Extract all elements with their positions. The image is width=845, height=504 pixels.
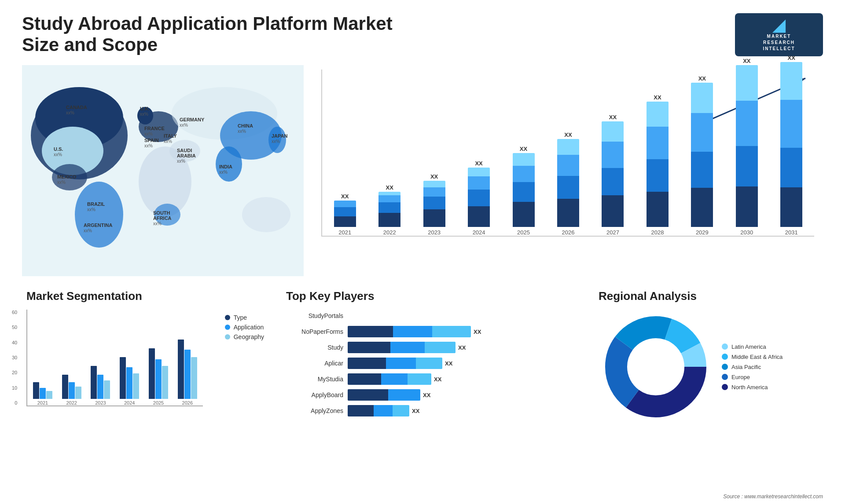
- regional-section: Regional Analysis: [594, 285, 845, 428]
- xx-nopaperforms: XX: [474, 329, 481, 335]
- seg-year-2025: 2025: [153, 400, 164, 405]
- bar-2023: XX 2023: [414, 173, 455, 236]
- player-name-applyzones: ApplyZones: [286, 407, 343, 414]
- player-name-applyboard: ApplyBoard: [286, 391, 343, 398]
- bar-dark-applyzones: [348, 405, 374, 416]
- stack-2023: [423, 181, 445, 227]
- logo-line2: RESEARCH: [763, 40, 795, 46]
- label-saudi2: ARABIA: [177, 153, 196, 158]
- y-0: 0: [12, 400, 17, 405]
- seg-bars-2021: [33, 382, 52, 399]
- seg-bar-geo-2024: [133, 373, 139, 399]
- player-row-mystudia: MyStudia XX: [286, 373, 577, 385]
- bar-chart-bars: XX 2021 XX: [321, 69, 814, 237]
- bar-light-aplicar: [416, 358, 442, 369]
- bar-2024: XX 2024: [458, 160, 499, 236]
- bar-2021: XX 2021: [324, 193, 365, 236]
- sublabel-italy: xx%: [164, 139, 172, 144]
- players-section: Top Key Players StudyPortals NoPaperForm…: [282, 285, 581, 428]
- segmentation-title: Market Segmentation: [26, 289, 264, 303]
- regional-legend: Latin America Middle East & Africa Asia …: [722, 343, 783, 391]
- xx-2028: XX: [654, 94, 661, 101]
- xx-applyzones: XX: [412, 408, 419, 414]
- bar-mid-applyzones: [374, 405, 393, 416]
- seg-legend: Type Application Geography: [225, 314, 264, 406]
- dot-latin-america: [722, 343, 728, 350]
- sublabel-uk: xx%: [140, 112, 148, 117]
- xx-applyboard: XX: [423, 392, 430, 398]
- content-grid: CANADA xx% U.S. xx% MEXICO xx% BRAZIL xx…: [22, 65, 823, 428]
- seg-year-2023: 2023: [95, 400, 106, 405]
- seg-bars-area: 60 50 40 30 20 10 0: [26, 310, 203, 406]
- legend-europe: Europe: [722, 374, 783, 380]
- player-bar-applyzones: XX: [348, 405, 577, 417]
- sublabel-us: xx%: [54, 152, 62, 157]
- label-north-america: North America: [731, 384, 768, 391]
- stack-2026: [557, 139, 579, 227]
- xx-aplicar: XX: [445, 360, 452, 367]
- bar-chart-wrapper: XX 2021 XX: [321, 69, 814, 254]
- year-2021: 2021: [338, 229, 351, 236]
- seg-bar-type-2021: [33, 382, 39, 399]
- label-argentina: ARGENTINA: [84, 223, 112, 228]
- legend-latin-america: Latin America: [722, 343, 783, 350]
- seg-bar-app-2024: [126, 367, 132, 399]
- source-text: Source : www.marketresearchintellect.com: [723, 493, 823, 500]
- bar-2027: XX 2027: [592, 114, 633, 236]
- xx-2023: XX: [430, 173, 438, 180]
- seg-bar-app-2025: [155, 359, 162, 399]
- seg-group-2021: 2021: [29, 382, 56, 405]
- legend-asia-pacific: Asia Pacific: [722, 364, 783, 370]
- y-axis: 60 50 40 30 20 10 0: [12, 310, 17, 405]
- player-bar-nopaperforms: XX: [348, 325, 577, 338]
- bar-mid-aplicar: [386, 358, 416, 369]
- player-name-mystudia: MyStudia: [286, 376, 343, 383]
- legend-dot-type: [225, 315, 230, 320]
- xx-2026: XX: [564, 131, 572, 138]
- seg-bar-app-2022: [69, 382, 75, 399]
- sublabel-japan: xx%: [272, 139, 280, 144]
- label-safrica2: AFRICA: [153, 215, 172, 221]
- xx-mystudia: XX: [434, 376, 441, 383]
- legend-label-type: Type: [234, 314, 247, 321]
- year-2030: 2030: [740, 229, 753, 236]
- logo-line3: INTELLECT: [763, 46, 795, 52]
- sublabel-france: xx%: [144, 131, 153, 136]
- seg-year-2026: 2026: [182, 400, 193, 405]
- players-title: Top Key Players: [286, 289, 577, 303]
- label-india: INDIA: [219, 164, 232, 169]
- y-10: 10: [12, 385, 17, 391]
- year-2022: 2022: [383, 229, 396, 236]
- label-saudi: SAUDI: [177, 148, 192, 153]
- seg-bar-geo-2025: [162, 366, 168, 399]
- bar-dark-aplicar: [348, 358, 386, 369]
- page-title: Study Abroad Application Platform Market…: [22, 13, 418, 55]
- player-row-study: Study XX: [286, 341, 577, 354]
- sublabel-india: xx%: [219, 170, 228, 175]
- stack-2028: [647, 102, 669, 227]
- legend-middle-east: Middle East & Africa: [722, 354, 783, 360]
- header: Study Abroad Application Platform Market…: [22, 13, 823, 56]
- player-row-applyboard: ApplyBoard XX: [286, 389, 577, 401]
- donut-area: Latin America Middle East & Africa Asia …: [599, 310, 845, 424]
- seg-group-2022: 2022: [59, 375, 85, 405]
- logo-letter: ◢: [773, 18, 785, 33]
- label-mexico: MEXICO: [57, 174, 77, 179]
- page: Study Abroad Application Platform Market…: [0, 0, 845, 504]
- seg-bar-geo-2022: [75, 387, 81, 399]
- sublabel-canada: xx%: [66, 110, 74, 115]
- player-name-study: Study: [286, 344, 343, 351]
- bar-light-nopaperforms: [432, 326, 471, 337]
- bar-light-study: [425, 342, 456, 353]
- sublabel-saudi: xx%: [177, 159, 185, 164]
- label-middle-east: Middle East & Africa: [731, 354, 783, 360]
- seg-year-2022: 2022: [66, 400, 77, 405]
- seg-bar-app-2023: [97, 375, 103, 399]
- xx-2025: XX: [520, 146, 527, 152]
- stack-2029: [691, 83, 713, 227]
- xx-2029: XX: [698, 75, 706, 82]
- label-germany: GERMANY: [180, 117, 205, 122]
- player-name-studyportals: StudyPortals: [286, 312, 343, 319]
- y-40: 40: [12, 340, 17, 345]
- donut-chart-svg: [599, 310, 713, 424]
